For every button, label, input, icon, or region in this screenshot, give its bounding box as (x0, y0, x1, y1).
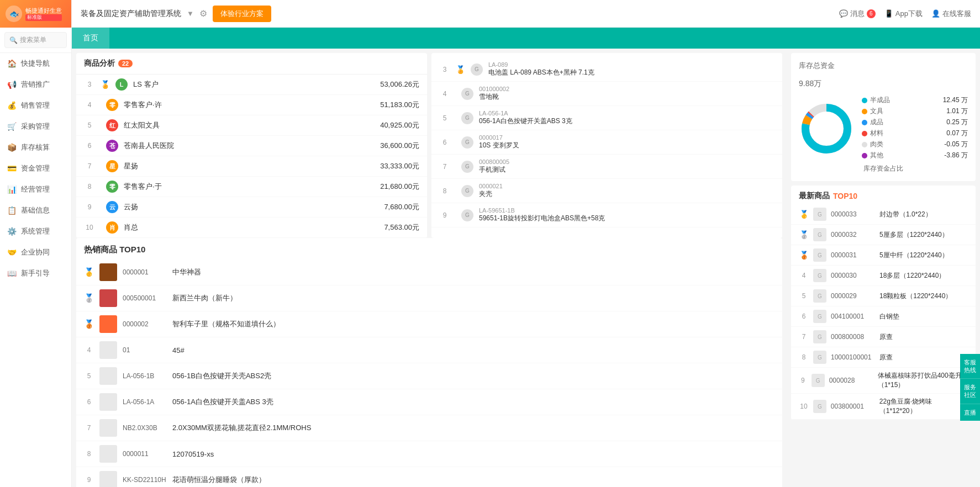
new-product-item: 🥉 G 0000031 5厘中纤（1220*2440） (791, 245, 976, 266)
product-image (99, 315, 117, 333)
product-code: 000500001 (123, 294, 167, 302)
sidebar-item-home[interactable]: 🏠 快捷导航 (0, 53, 71, 74)
avatar: 零 (106, 99, 118, 111)
sidebar-item-system[interactable]: ⚙️ 系统管理 (0, 221, 71, 242)
product-code: LA-056-1B (123, 372, 167, 380)
sidebar-item-finance[interactable]: 💳 资金管理 (0, 158, 71, 179)
rank-item: 8 G 0000021 夹壳 (431, 179, 782, 203)
sales-icon: 💰 (7, 101, 17, 110)
product-code: 0000030 (831, 272, 875, 279)
settings-icon[interactable]: ⚙ (199, 8, 207, 19)
cooperation-icon: 🤝 (7, 248, 17, 257)
new-product-item: 🥈 G 0000032 5厘多层（1220*2440） (791, 225, 976, 245)
purchase-icon: 🛒 (7, 122, 17, 131)
rank-number: 9 (439, 211, 450, 219)
product-image (99, 341, 117, 359)
sidebar-item-operations[interactable]: 📊 经营管理 (0, 179, 71, 200)
product-name: 056-1B白色按键开关壳ABS2壳 (172, 371, 271, 381)
rank-number: 8 (799, 353, 809, 361)
inventory-title: 库存总资金 (799, 61, 968, 71)
float-btn-community[interactable]: 服务社区 (960, 379, 980, 404)
dropdown-icon[interactable]: ▼ (187, 9, 194, 18)
customer-name: 苍南县人民医院 (124, 141, 375, 151)
sidebar-search-area: 🔍 搜索菜单 (0, 28, 71, 53)
new-products-panel: 最新商品 TOP10 🥇 G 0000033 封边带（1.0*22） 🥈 G 0… (791, 186, 976, 420)
legend-dot (862, 120, 867, 125)
rank-number: 🥈 (799, 230, 809, 239)
legend-item: 半成品 12.45 万 (862, 96, 968, 105)
sidebar-item-sales[interactable]: 💰 销售管理 (0, 95, 71, 116)
avatar: 星 (106, 160, 118, 172)
inventory-amount-value: 9.88万 (799, 73, 821, 90)
new-product-item: 10 G 003800001 22g鱼豆腐·烧烤味（1*12*20） (791, 394, 976, 420)
legend-dot (862, 98, 867, 103)
online-service-item[interactable]: 👤 在线客服 (931, 9, 971, 19)
product-img: G (813, 310, 826, 323)
experience-btn[interactable]: 体验行业方案 (213, 6, 271, 22)
message-item[interactable]: 💬 消息 6 (839, 9, 876, 19)
rank-number: 5 (84, 121, 95, 129)
sidebar-item-basics[interactable]: 📋 基础信息 (0, 200, 71, 221)
new-product-item: 6 G 004100001 白钢垫 (791, 306, 976, 327)
sidebar-item-marketing[interactable]: 📢 营销推广 (0, 74, 71, 95)
rank-number: 5 (84, 372, 94, 380)
float-btn-live[interactable]: 直播 (960, 404, 980, 421)
float-btn-service[interactable]: 客服热线 (960, 354, 980, 379)
product-code: 0000031 (831, 251, 875, 259)
donut-svg (799, 101, 854, 156)
rank-item: 5 G LA-056-1A 056-1A白色按键开关盖ABS 3克 (431, 106, 782, 130)
product-name: 手机测试 (479, 165, 774, 174)
product-img: G (813, 289, 826, 303)
product-name: 5厘中纤（1220*2440） (879, 251, 949, 260)
avatar: 苍 (106, 140, 118, 152)
app-download-item[interactable]: 📱 App下载 (884, 9, 923, 19)
legend-dot (862, 153, 867, 158)
product-item: 🥇 0000001 中华神器 (76, 260, 782, 285)
search-icon: 🔍 (9, 36, 18, 44)
hot-products-title: 热销商品 TOP10 (84, 245, 145, 254)
new-product-item: 5 G 0000029 18颗粒板（1220*2440） (791, 286, 976, 306)
customer-badge: 22 (118, 60, 133, 67)
legend-value: 0.07 万 (946, 129, 968, 138)
rank-number: 7 (439, 163, 450, 171)
product-code: 000800008 (831, 333, 875, 341)
rank-number: 4 (799, 272, 809, 279)
search-menu-button[interactable]: 🔍 搜索菜单 (4, 32, 67, 48)
rank-item: 4 零 零售客户·许 51,183.00元 (76, 95, 427, 115)
product-code: 000800005 (479, 158, 774, 165)
product-name: 新西兰牛肉（新牛） (172, 293, 237, 303)
product-name: 2.0X30MM双搓花轴,搓花直径2.1MM/ROHS (172, 423, 311, 433)
header: 装备及固定资产辅助管理系统 ▼ ⚙ 体验行业方案 💬 消息 6 📱 App下载 … (72, 0, 980, 28)
sidebar-item-cooperation[interactable]: 🤝 企业协同 (0, 242, 71, 263)
sidebar: 🐟 畅捷通好生意 标准版 🔍 搜索菜单 🏠 快捷导航 📢 营销推广 💰 销售管理… (0, 0, 72, 487)
sidebar-item-purchase[interactable]: 🛒 采购管理 (0, 116, 71, 137)
rank-number: 🥇 (799, 210, 809, 219)
tab-home[interactable]: 首页 (72, 28, 109, 49)
sidebar-item-guide[interactable]: 📖 新手引导 (0, 263, 71, 284)
rank-number: 4 (439, 90, 450, 98)
new-product-item: 9 G 0000028 体械嘉核味苏打饮品400毫升（1*15） (791, 368, 976, 394)
product-item: 5 LA-056-1B 056-1B白色按键开关壳ABS2壳 (76, 363, 782, 389)
customer-name: 星扬 (124, 161, 375, 171)
rank-number: 10 (84, 224, 95, 231)
product-ranking-panel: 3 🏅 G LA-089 电池盖 LA-089 ABS本色+黑种 7.1克 4 (431, 53, 782, 238)
product-code: LA-59651-1B (479, 207, 774, 214)
inventory-icon: 📦 (7, 143, 17, 152)
sidebar-item-inventory[interactable]: 📦 库存核算 (0, 137, 71, 158)
inventory-chart-label: 库存资金占比 (799, 164, 968, 173)
customer-name: 云扬 (124, 202, 378, 212)
medal-icon: 🏅 (101, 80, 110, 89)
product-image (99, 263, 117, 281)
product-code: 0000001 (123, 268, 167, 276)
system-name: 装备及固定资产辅助管理系统 (81, 9, 181, 19)
rank-number: 5 (439, 114, 450, 122)
operations-icon: 📊 (7, 185, 17, 194)
product-code: 001000002 (479, 86, 774, 92)
float-buttons: 客服热线 服务社区 直播 (960, 354, 980, 421)
product-img: G (471, 63, 483, 76)
legend-item: 成品 0.25 万 (862, 118, 968, 127)
customer-amount: 53,006.26元 (380, 80, 419, 89)
product-item: 🥉 0000002 智利车子里（规格不知道填什么） (76, 311, 782, 337)
product-item: 🥈 000500001 新西兰牛肉（新牛） (76, 285, 782, 311)
product-img: G (461, 161, 473, 173)
